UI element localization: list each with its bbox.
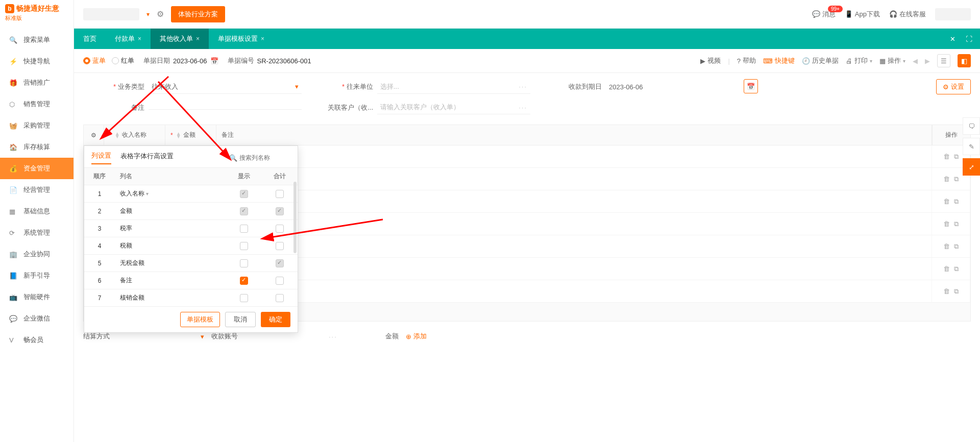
sidebar-item-14[interactable]: V畅会员: [0, 329, 74, 351]
biz-type-select[interactable]: 往来收入 ▾: [149, 80, 302, 94]
help-link[interactable]: ?帮助: [737, 56, 756, 65]
copy-row-icon[interactable]: ⧉: [954, 175, 959, 183]
more-icon[interactable]: ···: [329, 333, 337, 340]
tab-expand-icon[interactable]: ⛶: [962, 32, 976, 46]
sidebar-item-13[interactable]: 💬企业微信: [0, 308, 74, 329]
checkbox[interactable]: [276, 225, 284, 233]
calendar-icon[interactable]: 📅: [210, 57, 218, 65]
popover-tab-columns[interactable]: 列设置: [91, 151, 111, 164]
remark-input[interactable]: [149, 105, 302, 110]
checkbox[interactable]: [276, 242, 284, 250]
col-amount[interactable]: ▲▼金额: [165, 125, 216, 145]
confirm-button[interactable]: 确定: [261, 312, 290, 327]
checkbox[interactable]: [276, 277, 284, 285]
delete-row-icon[interactable]: 🗑: [943, 175, 950, 183]
download-link[interactable]: 📱 App下载: [845, 10, 880, 19]
doc-date-value[interactable]: 2023-06-06: [173, 57, 207, 65]
tab-3[interactable]: 单据模板设置×: [209, 29, 274, 49]
history-link[interactable]: 🕘历史单据: [802, 56, 839, 65]
float-edit-icon[interactable]: ✎: [963, 138, 980, 155]
delete-row-icon[interactable]: 🗑: [943, 265, 950, 273]
sidebar-item-3[interactable]: ⬡销售管理: [0, 93, 74, 115]
col-income-name[interactable]: ▲▼收入名称: [104, 125, 165, 145]
delete-row-icon[interactable]: 🗑: [943, 242, 950, 250]
copy-row-icon[interactable]: ⧉: [954, 153, 959, 161]
tab-1[interactable]: 付款单×: [106, 29, 151, 49]
layout-list-icon[interactable]: ☰: [937, 54, 950, 67]
copy-row-icon[interactable]: ⧉: [954, 287, 959, 296]
settle-method-select[interactable]: [117, 336, 193, 337]
copy-row-icon[interactable]: ⧉: [954, 265, 959, 273]
popover-search[interactable]: 🔍: [229, 154, 290, 162]
red-doc-radio[interactable]: 红单: [112, 56, 134, 65]
delete-row-icon[interactable]: 🗑: [943, 198, 950, 205]
settings-button[interactable]: ⚙设置: [936, 79, 971, 94]
sidebar-item-4[interactable]: 🧺采购管理: [0, 115, 74, 136]
checkbox[interactable]: [240, 294, 248, 302]
copy-row-icon[interactable]: ⧉: [954, 198, 959, 206]
unit-select[interactable]: 选择... ···: [377, 80, 530, 94]
sidebar-item-12[interactable]: 📺智能硬件: [0, 286, 74, 308]
org-selector[interactable]: [83, 8, 139, 20]
checkbox[interactable]: [240, 207, 248, 215]
org-caret-icon[interactable]: ▾: [146, 11, 150, 18]
template-button[interactable]: 单据模板: [180, 312, 220, 327]
print-link[interactable]: 🖨打印▾: [846, 56, 872, 65]
blue-doc-radio[interactable]: 蓝单: [83, 56, 106, 65]
popover-search-input[interactable]: [239, 154, 290, 161]
checkbox[interactable]: [240, 190, 248, 198]
shortcut-link[interactable]: ⌨快捷键: [763, 56, 795, 65]
service-link[interactable]: 🎧 在线客服: [889, 10, 926, 19]
sidebar-item-0[interactable]: 🔍搜索菜单: [0, 29, 74, 51]
sidebar-item-9[interactable]: ⟳系统管理: [0, 222, 74, 243]
delete-row-icon[interactable]: 🗑: [943, 287, 950, 295]
sidebar-item-11[interactable]: 📘新手引导: [0, 265, 74, 286]
tab-2[interactable]: 其他收入单×: [151, 29, 209, 49]
sidebar-item-8[interactable]: ▦基础信息: [0, 201, 74, 222]
calendar-picker-icon[interactable]: 📅: [744, 79, 758, 93]
popover-tab-font[interactable]: 表格字体行高设置: [120, 152, 174, 164]
delete-row-icon[interactable]: 🗑: [943, 153, 950, 160]
checkbox[interactable]: [276, 294, 284, 302]
action-link[interactable]: ▦操作▾: [879, 56, 905, 65]
popover-scrollbar[interactable]: [293, 182, 297, 253]
sidebar-item-1[interactable]: ⚡快捷导航: [0, 51, 74, 72]
float-expand-icon[interactable]: ⤢: [963, 158, 980, 176]
sidebar-item-10[interactable]: 🏢企业协同: [0, 243, 74, 265]
checkbox[interactable]: [276, 259, 284, 267]
industry-plan-button[interactable]: 体验行业方案: [171, 6, 225, 22]
message-link[interactable]: 💬 消息 99+: [812, 10, 836, 19]
chevron-down-icon[interactable]: ▾: [201, 333, 204, 340]
tab-close-icon[interactable]: ×: [196, 35, 200, 42]
cancel-button[interactable]: 取消: [225, 312, 256, 327]
user-area[interactable]: [935, 8, 971, 20]
checkbox[interactable]: [240, 277, 248, 285]
checkbox[interactable]: [240, 242, 248, 250]
delete-row-icon[interactable]: 🗑: [943, 220, 950, 228]
video-link[interactable]: ▶视频: [700, 56, 721, 65]
prev-doc-icon[interactable]: ◀: [913, 57, 918, 65]
copy-row-icon[interactable]: ⧉: [954, 220, 959, 228]
next-doc-icon[interactable]: ▶: [925, 57, 930, 65]
tab-0[interactable]: 首页: [74, 29, 106, 49]
sidebar-item-7[interactable]: 📄经营管理: [0, 179, 74, 201]
sidebar-item-2[interactable]: 🎁营销推广: [0, 72, 74, 93]
relation-select[interactable]: 请输入关联客户（收入单） ···: [377, 101, 530, 114]
add-settlement-button[interactable]: ⊕添加: [406, 332, 427, 341]
due-date-input[interactable]: 2023-06-06: [606, 81, 733, 93]
checkbox[interactable]: [276, 190, 284, 198]
sidebar-item-5[interactable]: 🏠库存核算: [0, 136, 74, 158]
settle-account-select[interactable]: [245, 336, 322, 337]
tab-close-all-icon[interactable]: ✕: [945, 32, 960, 46]
gear-icon[interactable]: ⚙: [157, 9, 164, 19]
checkbox[interactable]: [240, 225, 248, 233]
tab-close-icon[interactable]: ×: [261, 35, 264, 42]
checkbox[interactable]: [276, 207, 284, 215]
tab-close-icon[interactable]: ×: [138, 35, 141, 42]
copy-row-icon[interactable]: ⧉: [954, 242, 959, 251]
layout-card-icon[interactable]: ◧: [958, 54, 971, 67]
sidebar-item-6[interactable]: 💰资金管理: [0, 158, 74, 179]
column-settings-trigger[interactable]: ⚙: [84, 125, 104, 145]
float-note-icon[interactable]: 🗨: [963, 117, 980, 135]
checkbox[interactable]: [240, 259, 248, 267]
